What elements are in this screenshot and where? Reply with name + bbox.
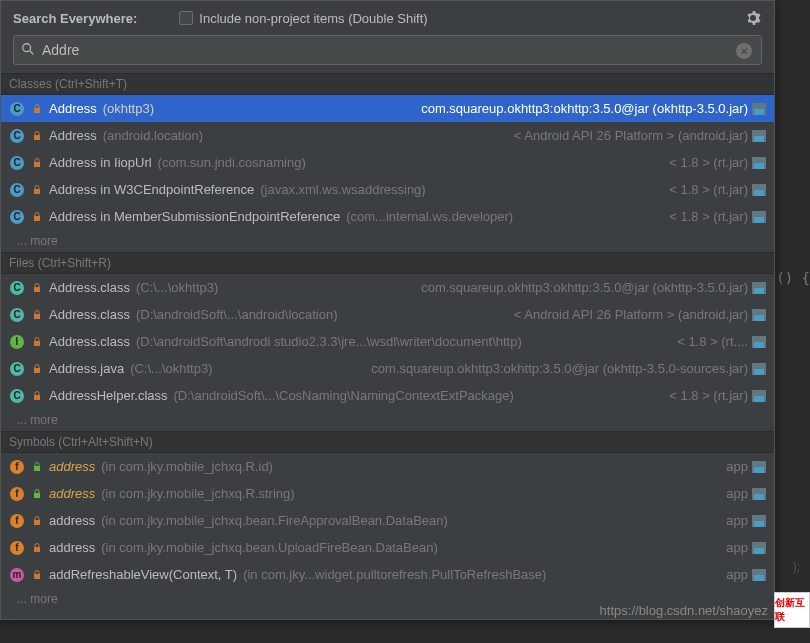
svg-rect-16 bbox=[34, 574, 40, 579]
include-nonproject-checkbox[interactable]: Include non-project items (Double Shift) bbox=[179, 11, 427, 26]
library-icon bbox=[752, 282, 766, 294]
type-icon: C bbox=[9, 307, 25, 323]
result-row[interactable]: CAddressHelper.class (D:\androidSoft\...… bbox=[1, 382, 774, 409]
svg-rect-6 bbox=[34, 216, 40, 221]
type-icon: C bbox=[9, 182, 25, 198]
lock-icon bbox=[29, 182, 45, 198]
result-row[interactable]: faddress (in com.jky.mobile_jchxq.bean.U… bbox=[1, 534, 774, 561]
section-header-classes: Classes (Ctrl+Shift+T) bbox=[1, 73, 774, 95]
result-row[interactable]: IAddress.class (D:\androidSoft\androdi s… bbox=[1, 328, 774, 355]
result-name: address bbox=[49, 459, 95, 474]
result-context: (D:\androidSoft\androdi studio2.3.3\jre.… bbox=[136, 334, 522, 349]
result-context: (C:\...\okhttp3) bbox=[136, 280, 218, 295]
svg-rect-5 bbox=[34, 189, 40, 194]
result-context: (D:\androidSoft\...\CosNaming\NamingCont… bbox=[174, 388, 514, 403]
search-input[interactable] bbox=[13, 35, 762, 65]
library-icon bbox=[752, 515, 766, 527]
result-location: com.squareup.okhttp3:okhttp:3.5.0@jar (o… bbox=[421, 280, 766, 295]
search-everywhere-popup: Search Everywhere: Include non-project i… bbox=[0, 0, 775, 620]
result-name: Address bbox=[49, 128, 97, 143]
svg-line-1 bbox=[30, 51, 34, 55]
result-row[interactable]: faddress (in com.jky.mobile_jchxq.bean.F… bbox=[1, 507, 774, 534]
gear-icon[interactable] bbox=[744, 9, 762, 27]
library-icon bbox=[752, 363, 766, 375]
popup-title: Search Everywhere: bbox=[13, 11, 137, 26]
result-row[interactable]: CAddress in IiopUrl (com.sun.jndi.cosnam… bbox=[1, 149, 774, 176]
result-row[interactable]: CAddress (android.location)< Android API… bbox=[1, 122, 774, 149]
checkbox-icon bbox=[179, 11, 193, 25]
lock-icon bbox=[29, 307, 45, 323]
result-location: < 1.8 > (rt.jar) bbox=[669, 209, 766, 224]
result-name: Address.class bbox=[49, 280, 130, 295]
result-location: < Android API 26 Platform > (android.jar… bbox=[514, 128, 766, 143]
clear-icon[interactable]: ✕ bbox=[736, 43, 752, 59]
lock-icon bbox=[29, 280, 45, 296]
result-location: app bbox=[726, 540, 766, 555]
result-row[interactable]: faddress (in com.jky.mobile_jchxq.R.id)a… bbox=[1, 453, 774, 480]
library-icon bbox=[752, 130, 766, 142]
result-context: (in com.jky.mobile_jchxq.bean.FireApprov… bbox=[101, 513, 448, 528]
result-row[interactable]: CAddress.class (C:\...\okhttp3)com.squar… bbox=[1, 274, 774, 301]
lock-icon bbox=[29, 540, 45, 556]
more-files[interactable]: ... more bbox=[1, 409, 774, 431]
result-context: (in com.jky...widget.pulltorefresh.PullT… bbox=[243, 567, 546, 582]
library-icon bbox=[752, 542, 766, 554]
result-name: address bbox=[49, 486, 95, 501]
more-classes[interactable]: ... more bbox=[1, 230, 774, 252]
lock-icon bbox=[29, 209, 45, 225]
result-row[interactable]: CAddress in W3CEndpointReference (javax.… bbox=[1, 176, 774, 203]
library-icon bbox=[752, 390, 766, 402]
background-code-2: ); bbox=[793, 560, 800, 574]
lock-icon bbox=[29, 155, 45, 171]
svg-rect-12 bbox=[34, 466, 40, 471]
result-row[interactable]: CAddress.class (D:\androidSoft\...\andro… bbox=[1, 301, 774, 328]
result-location: app bbox=[726, 513, 766, 528]
library-icon bbox=[752, 569, 766, 581]
result-context: (C:\...\okhttp3) bbox=[130, 361, 212, 376]
result-name: address bbox=[49, 540, 95, 555]
result-row[interactable]: faddress (in com.jky.mobile_jchxq.R.stri… bbox=[1, 480, 774, 507]
result-name: Address in IiopUrl bbox=[49, 155, 152, 170]
svg-rect-3 bbox=[34, 135, 40, 140]
result-context: (com...internal.ws.developer) bbox=[346, 209, 513, 224]
type-icon: I bbox=[9, 334, 25, 350]
library-icon bbox=[752, 336, 766, 348]
result-context: (com.sun.jndi.cosnaming) bbox=[158, 155, 306, 170]
result-context: (D:\androidSoft\...\android\location) bbox=[136, 307, 338, 322]
svg-rect-13 bbox=[34, 493, 40, 498]
result-name: Address in MemberSubmissionEndpointRefer… bbox=[49, 209, 340, 224]
section-header-symbols: Symbols (Ctrl+Alt+Shift+N) bbox=[1, 431, 774, 453]
lock-icon bbox=[29, 486, 45, 502]
type-icon: C bbox=[9, 388, 25, 404]
svg-rect-2 bbox=[34, 108, 40, 113]
lock-icon bbox=[29, 361, 45, 377]
result-name: Address.class bbox=[49, 307, 130, 322]
library-icon bbox=[752, 309, 766, 321]
lock-icon bbox=[29, 128, 45, 144]
result-row[interactable]: CAddress (okhttp3)com.squareup.okhttp3:o… bbox=[1, 95, 774, 122]
result-context: (okhttp3) bbox=[103, 101, 154, 116]
result-location: < 1.8 > (rt.jar) bbox=[669, 388, 766, 403]
result-location: com.squareup.okhttp3:okhttp:3.5.0@jar (o… bbox=[371, 361, 766, 376]
lock-icon bbox=[29, 101, 45, 117]
popup-header: Search Everywhere: Include non-project i… bbox=[1, 1, 774, 35]
library-icon bbox=[752, 461, 766, 473]
library-icon bbox=[752, 488, 766, 500]
search-row: ✕ bbox=[1, 35, 774, 73]
result-context: (in com.jky.mobile_jchxq.bean.UploadFire… bbox=[101, 540, 438, 555]
section-header-files: Files (Ctrl+Shift+R) bbox=[1, 252, 774, 274]
svg-rect-15 bbox=[34, 547, 40, 552]
result-location: < 1.8 > (rt.jar) bbox=[669, 155, 766, 170]
svg-rect-11 bbox=[34, 395, 40, 400]
library-icon bbox=[752, 211, 766, 223]
result-row[interactable]: maddRefreshableView(Context, T) (in com.… bbox=[1, 561, 774, 588]
svg-rect-9 bbox=[34, 341, 40, 346]
svg-rect-10 bbox=[34, 368, 40, 373]
result-row[interactable]: CAddress.java (C:\...\okhttp3)com.square… bbox=[1, 355, 774, 382]
result-row[interactable]: CAddress in MemberSubmissionEndpointRefe… bbox=[1, 203, 774, 230]
result-name: AddressHelper.class bbox=[49, 388, 168, 403]
type-icon: f bbox=[9, 513, 25, 529]
result-location: app bbox=[726, 486, 766, 501]
svg-rect-7 bbox=[34, 287, 40, 292]
library-icon bbox=[752, 103, 766, 115]
